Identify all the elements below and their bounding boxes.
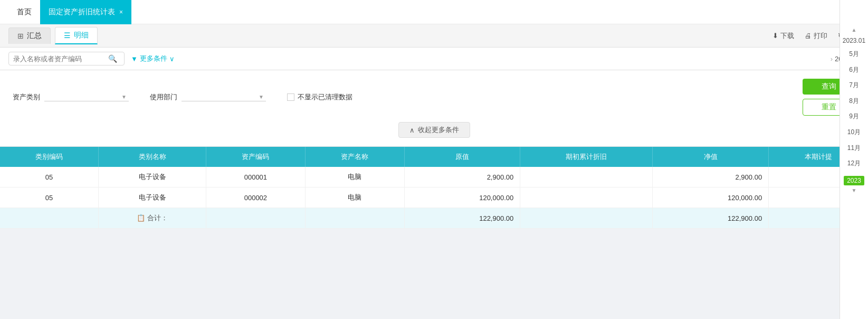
- month-item[interactable]: 12月: [847, 156, 861, 172]
- use-department-filter: 使用部门 ▼: [150, 92, 266, 102]
- hide-cleared-filter: 不显示已清理数据: [287, 92, 352, 102]
- col-original-value: 原值: [404, 147, 520, 167]
- download-icon: ⬇: [772, 32, 778, 40]
- table-wrap: 类别编码 类别名称 资产编码 资产名称 原值 期初累计折旧 净值 本期计提 05…: [0, 147, 868, 229]
- table-cell: 000001: [206, 167, 306, 187]
- use-department-select[interactable]: ▼: [182, 93, 266, 101]
- col-category-name: 类别名称: [99, 147, 206, 167]
- table-cell: 000002: [206, 187, 306, 208]
- table-row: 05电子设备000001电脑2,900.002,900.00: [0, 167, 868, 187]
- filter-row-1: 资产类别 ▼ 使用部门 ▼ 不显示已清理数据 查询 重置: [13, 79, 855, 116]
- right-panel: ▲ 2023.01 5月6月7月8月9月10月11月12月 2023 ▼: [840, 0, 868, 319]
- tab-summary-label: 汇总: [27, 31, 42, 41]
- search-input-wrap: 🔍: [8, 52, 125, 65]
- table-cell: 2,900.00: [653, 167, 769, 187]
- asset-category-arrow-icon: ▼: [121, 94, 127, 100]
- search-icon[interactable]: 🔍: [108, 54, 117, 63]
- use-department-label: 使用部门: [150, 92, 177, 102]
- table-cell: 05: [0, 187, 99, 208]
- active-tab-label: 固定资产折旧统计表: [49, 7, 115, 17]
- detail-icon: ☰: [64, 31, 71, 40]
- search-bar: 🔍 ▼ 更多条件 ∨ › 2023.01: [0, 48, 868, 70]
- col-asset-name: 资产名称: [305, 147, 404, 167]
- summary-cell: [0, 208, 99, 229]
- asset-category-label: 资产类别: [13, 92, 40, 102]
- summary-row: 📋 合计：122,900.00122,900.00: [0, 208, 868, 229]
- summary-cell: 122,900.00: [404, 208, 520, 229]
- table-header-row: 类别编码 类别名称 资产编码 资产名称 原值 期初累计折旧 净值 本期计提: [0, 147, 868, 167]
- month-item[interactable]: 11月: [847, 140, 861, 156]
- hide-cleared-checkbox[interactable]: [287, 93, 294, 101]
- summary-cell: [206, 208, 306, 229]
- collapse-label: 收起更多条件: [418, 125, 459, 135]
- filter-panel: 资产类别 ▼ 使用部门 ▼ 不显示已清理数据 查询 重置 ∧ 收起更多条件: [0, 70, 868, 147]
- table-cell: [520, 167, 653, 187]
- active-tab[interactable]: 固定资产折旧统计表 ×: [40, 0, 131, 24]
- table-cell: 2,900.00: [404, 167, 520, 187]
- year-badge: 2023: [844, 176, 864, 185]
- more-conditions-label: 更多条件: [140, 54, 167, 63]
- table-cell: 电子设备: [99, 187, 206, 208]
- close-tab-icon[interactable]: ×: [119, 8, 123, 16]
- scroll-up-icon[interactable]: ▲: [847, 24, 862, 35]
- summary-cell: [305, 208, 404, 229]
- chevron-down-icon: ∨: [169, 55, 175, 63]
- tab-detail[interactable]: ☰ 明细: [55, 27, 98, 44]
- col-net-value: 净值: [653, 147, 769, 167]
- print-label: 打印: [814, 31, 827, 41]
- month-list: 5月6月7月8月9月10月11月12月: [847, 46, 861, 172]
- more-conditions-btn[interactable]: ▼ 更多条件 ∨: [131, 54, 175, 63]
- month-item[interactable]: 10月: [847, 125, 861, 140]
- table-cell: 电子设备: [99, 167, 206, 187]
- month-item[interactable]: 6月: [847, 62, 861, 78]
- col-accumulated-depreciation: 期初累计折旧: [520, 147, 653, 167]
- download-label: 下载: [780, 31, 794, 41]
- table-cell: 120,000.00: [653, 187, 769, 208]
- summary-cell: 📋 合计：: [99, 208, 206, 229]
- print-icon: 🖨: [805, 32, 812, 40]
- sub-tabs-left: ⊞ 汇总 ☰ 明细: [8, 27, 98, 44]
- summary-cell: 122,900.00: [653, 208, 769, 229]
- chevron-right-icon: ›: [831, 55, 833, 63]
- top-bar: 首页 固定资产折旧统计表 × ✕: [0, 0, 868, 24]
- col-asset-code: 资产编码: [206, 147, 306, 167]
- tab-summary[interactable]: ⊞ 汇总: [8, 27, 51, 44]
- tab-detail-label: 明细: [74, 31, 89, 40]
- search-input[interactable]: [13, 55, 108, 63]
- summary-icon: ⊞: [17, 32, 24, 40]
- collapse-btn[interactable]: ∧ 收起更多条件: [398, 122, 470, 138]
- filter-icon: ▼: [131, 55, 138, 63]
- table-cell: 电脑: [305, 167, 404, 187]
- data-table: 类别编码 类别名称 资产编码 资产名称 原值 期初累计折旧 净值 本期计提 05…: [0, 147, 868, 229]
- use-department-arrow-icon: ▼: [259, 94, 264, 100]
- month-item[interactable]: 9月: [847, 109, 861, 125]
- hide-cleared-label: 不显示已清理数据: [298, 92, 352, 102]
- table-cell: [520, 187, 653, 208]
- col-category-code: 类别编码: [0, 147, 99, 167]
- date-header: 2023.01: [842, 35, 866, 46]
- month-item[interactable]: 8月: [847, 93, 861, 109]
- download-btn[interactable]: ⬇ 下载: [772, 31, 794, 41]
- home-tab[interactable]: 首页: [8, 7, 40, 17]
- asset-category-select[interactable]: ▼: [44, 93, 129, 101]
- table-cell: 05: [0, 167, 99, 187]
- scroll-down-icon[interactable]: ▼: [847, 185, 862, 196]
- sub-tabs: ⊞ 汇总 ☰ 明细 ⬇ 下载 🖨 打印 ↻ 刷新: [0, 24, 868, 48]
- month-item[interactable]: 7月: [847, 78, 861, 93]
- print-btn[interactable]: 🖨 打印: [805, 31, 827, 41]
- asset-category-filter: 资产类别 ▼: [13, 92, 129, 102]
- summary-cell: [520, 208, 653, 229]
- table-row: 05电子设备000002电脑120,000.00120,000.00: [0, 187, 868, 208]
- month-item[interactable]: 5月: [847, 46, 861, 62]
- table-cell: 120,000.00: [404, 187, 520, 208]
- collapse-icon: ∧: [409, 126, 415, 134]
- table-cell: 电脑: [305, 187, 404, 208]
